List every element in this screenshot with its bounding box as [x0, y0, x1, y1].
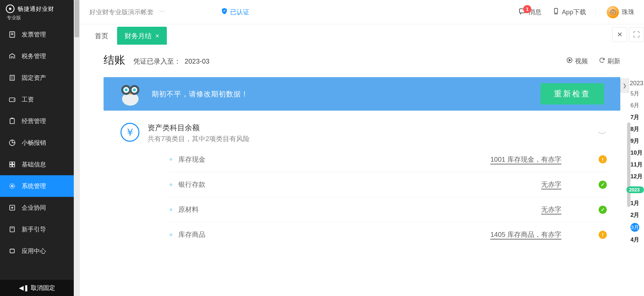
item-detail-link[interactable]: 1001 库存现金，有赤字	[490, 155, 561, 164]
warning-banner: 期初不平，请修改期初数据！ 重新检查	[104, 77, 620, 111]
sidebar-item-basic-info[interactable]: 基础信息	[0, 154, 74, 175]
brand-title: 畅捷通好业财	[18, 5, 54, 13]
sidebar-item-invoice[interactable]: 发票管理	[0, 24, 74, 45]
sidebar-item-label: 应用中心	[22, 247, 46, 255]
page-header: 结账 凭证已录入至： 2023-03 视频 刷新	[104, 53, 620, 68]
refresh-label: 刷新	[607, 57, 620, 66]
svg-rect-15	[10, 249, 15, 253]
item-detail-link[interactable]: 无赤字	[541, 180, 561, 189]
sidebar-item-fixed-assets[interactable]: 固定资产	[0, 67, 74, 89]
sidebar-item-tax[interactable]: 税务管理	[0, 45, 74, 67]
sidebar: 畅捷通好业财 专业版 发票管理 税务管理 固定资产 工资 经营管理 小畅报销	[0, 0, 74, 296]
section-subtitle: 共有7项类目，其中2项类目有风险	[148, 134, 250, 143]
avatar-icon: 🐵	[607, 6, 619, 18]
shield-icon	[221, 7, 228, 17]
sidebar-item-collab[interactable]: 企业协同	[0, 197, 74, 219]
topbar: 好业财专业版演示帐套 ﹀ 已认证 消息 1 App下载 🐵 珠珠	[80, 0, 644, 24]
timeline-month[interactable]: 9月	[630, 137, 644, 145]
scrollbar-thumb[interactable]	[74, 0, 79, 37]
svg-point-26	[133, 88, 136, 91]
svg-point-25	[125, 88, 128, 91]
refresh-link[interactable]: 刷新	[599, 57, 620, 66]
tenant-selector[interactable]: 好业财专业版演示帐套 ﹀	[89, 8, 211, 17]
svg-rect-14	[10, 227, 15, 232]
sidebar-item-label: 发票管理	[22, 30, 46, 39]
yuan-circle-icon: ￥	[120, 123, 139, 142]
item-name: 原材料	[178, 205, 199, 214]
phone-icon	[552, 7, 560, 17]
svg-rect-3	[10, 75, 15, 81]
sidebar-item-label: 固定资产	[22, 74, 46, 82]
checklist: 库存现金 1001 库存现金，有赤字 ! 银行存款 无赤字 ✓ 原材料 无赤字 …	[104, 147, 620, 247]
svg-point-1	[9, 8, 12, 10]
download-label: App下载	[562, 8, 586, 17]
bullet-icon	[170, 233, 172, 236]
item-detail-link[interactable]: 无赤字	[541, 205, 561, 214]
svg-rect-5	[10, 119, 15, 124]
page-subtitle: 凭证已录入至： 2023-03	[133, 57, 209, 66]
timeline-month[interactable]: 11月	[630, 161, 644, 168]
wallet-icon	[8, 95, 16, 104]
svg-point-18	[556, 13, 556, 14]
timeline-month[interactable]: 12月	[630, 173, 644, 180]
timeline-year-top: 2023	[629, 78, 644, 90]
section-asset-balance: ￥ 资产类科目余额 共有7项类目，其中2项类目有风险 ﹀	[104, 115, 620, 147]
close-tab-button[interactable]: ✕	[612, 27, 627, 42]
sidebar-item-payroll[interactable]: 工资	[0, 89, 74, 110]
sidebar-item-operation[interactable]: 经营管理	[0, 110, 74, 132]
refresh-icon	[599, 57, 605, 65]
timeline-month[interactable]: 7月	[630, 113, 644, 121]
brand-logo-icon	[5, 4, 15, 14]
timeline-month[interactable]: 5月	[630, 90, 644, 97]
timeline-month-current[interactable]: 3月	[630, 223, 644, 232]
sidebar-unpin-button[interactable]: ◀❚ 取消固定	[0, 280, 74, 296]
video-link[interactable]: 视频	[566, 57, 588, 66]
fullscreen-button[interactable]: ⛶	[629, 27, 644, 42]
sidebar-scrollbar[interactable]	[74, 0, 80, 296]
svg-point-11	[10, 184, 15, 189]
unpin-icon: ◀❚	[19, 284, 29, 292]
timeline-year-chip: 2023	[626, 186, 644, 193]
timeline-month[interactable]: 4月	[630, 236, 644, 244]
banner-text: 期初不平，请修改期初数据！	[152, 89, 248, 99]
timeline-month[interactable]: 10月	[630, 149, 644, 157]
app-download-button[interactable]: App下载	[552, 7, 586, 17]
timeline-month[interactable]: 6月	[630, 101, 644, 109]
section-title: 资产类科目余额	[148, 123, 250, 133]
sidebar-item-apps[interactable]: 应用中心	[0, 240, 74, 262]
messages-badge: 1	[523, 5, 531, 13]
sidebar-item-guide[interactable]: 新手引导	[0, 219, 74, 240]
month-timeline: ❯ 2023 5月 6月 7月 8月 9月 10月 11月 12月 2023 1…	[629, 78, 644, 244]
expand-timeline-button[interactable]: ❯	[620, 78, 629, 93]
check-icon: ✓	[599, 181, 607, 189]
content: 结账 凭证已录入至： 2023-03 视频 刷新	[80, 45, 644, 296]
svg-rect-10	[13, 165, 15, 167]
gear-icon	[8, 182, 16, 190]
video-label: 视频	[575, 57, 588, 66]
timeline-month[interactable]: 2月	[630, 211, 644, 219]
tab-home[interactable]: 首页	[87, 27, 116, 45]
close-icon[interactable]: ✕	[155, 33, 159, 39]
page-title: 结账	[104, 53, 125, 68]
svg-rect-7	[10, 162, 12, 164]
sidebar-items: 发票管理 税务管理 固定资产 工资 经营管理 小畅报销 基础信息 系统管理	[0, 24, 74, 279]
warning-icon: !	[599, 155, 607, 163]
sidebar-item-system[interactable]: 系统管理	[0, 175, 74, 197]
recheck-button[interactable]: 重新检查	[540, 83, 604, 105]
tabs-bar: 首页 财务月结 ✕ ✕ ⛶	[80, 24, 644, 45]
item-detail-link[interactable]: 1405 库存商品，有赤字	[490, 230, 561, 239]
timeline-month[interactable]: 8月	[630, 125, 644, 133]
play-circle-icon	[566, 57, 573, 65]
sidebar-item-label: 经营管理	[22, 117, 46, 125]
subtitle-date: 2023-03	[185, 58, 209, 65]
divider	[596, 7, 596, 17]
collab-icon	[8, 204, 16, 212]
timeline-month[interactable]: 1月	[630, 199, 644, 207]
tab-monthly-close[interactable]: 财务月结 ✕	[117, 27, 167, 45]
sidebar-item-label: 工资	[22, 95, 34, 104]
sidebar-header: 畅捷通好业财	[0, 0, 74, 15]
sidebar-item-expense[interactable]: 小畅报销	[0, 132, 74, 154]
user-menu[interactable]: 🐵 珠珠	[607, 6, 635, 18]
messages-button[interactable]: 消息 1	[518, 7, 541, 17]
chevron-down-icon[interactable]: ﹀	[598, 128, 607, 140]
